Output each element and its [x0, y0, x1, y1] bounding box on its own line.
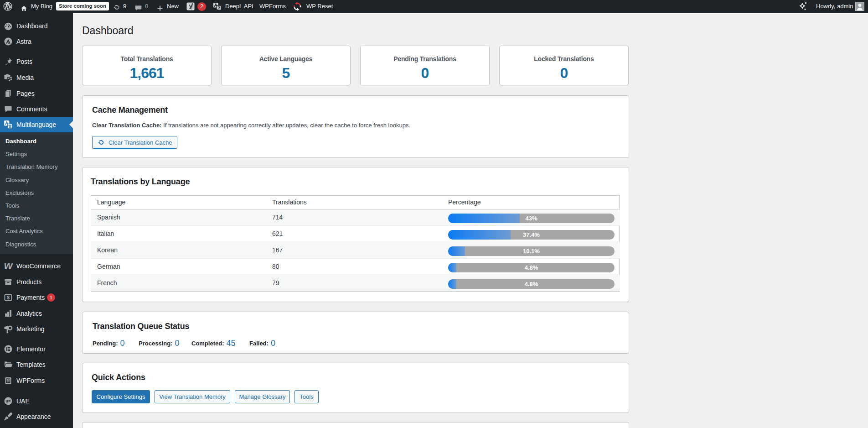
svg-text:w: w — [4, 261, 13, 271]
svg-text:u≡: u≡ — [5, 398, 11, 403]
svg-text:$: $ — [7, 295, 10, 300]
